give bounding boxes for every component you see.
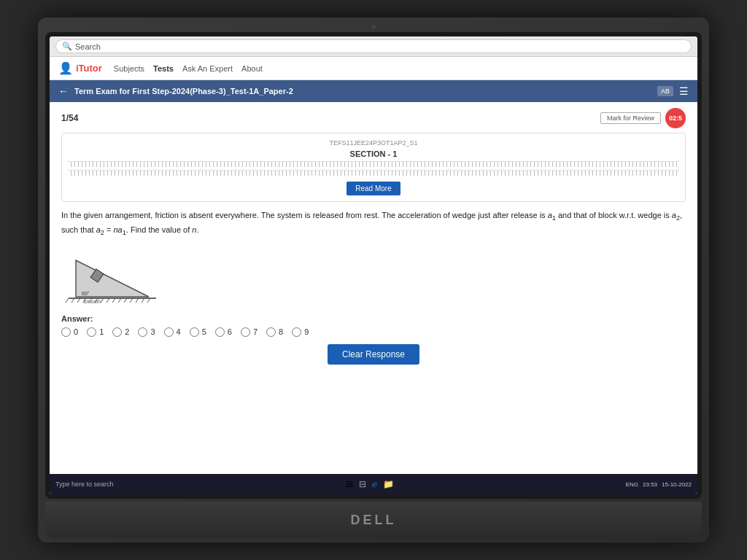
taskbar-time: 23:53 <box>643 481 657 488</box>
laptop-outer: 🔍 Search 👤 iTutor Subjects Tests Ask An … <box>38 18 709 542</box>
read-more-button[interactable]: Read More <box>347 182 400 195</box>
svg-line-15 <box>136 298 139 303</box>
physics-diagram: 60° Smooth <box>61 246 178 304</box>
nav-about[interactable]: About <box>241 64 263 73</box>
svg-line-9 <box>101 298 104 303</box>
browser-bar: 🔍 Search <box>50 36 697 57</box>
radio-8[interactable] <box>266 327 276 337</box>
question-counter-row: 1/54 Mark for Review 02:5 <box>61 108 686 128</box>
taskbar-apps: ⊟ <box>359 479 366 489</box>
back-button[interactable]: ← <box>58 85 69 97</box>
option-2[interactable]: 2 <box>112 327 129 337</box>
laptop-base: DELL <box>45 502 702 538</box>
option-6[interactable]: 6 <box>215 327 232 337</box>
options-row: 0 1 2 3 4 5 <box>61 327 686 337</box>
search-bar[interactable]: 🔍 Search <box>55 39 692 53</box>
itutor-logo: 👤 iTutor <box>58 61 102 75</box>
svg-text:Smooth: Smooth <box>83 299 101 304</box>
section-label: SECTION - 1 <box>68 149 679 158</box>
itutor-brand: iTutor <box>76 63 102 74</box>
screen-bezel: 🔍 Search 👤 iTutor Subjects Tests Ask An … <box>45 32 702 499</box>
dell-logo: DELL <box>351 513 397 528</box>
svg-line-10 <box>107 298 109 303</box>
option-9[interactable]: 9 <box>292 327 309 337</box>
radio-1[interactable] <box>87 327 96 337</box>
radio-3[interactable] <box>138 327 147 337</box>
radio-2[interactable] <box>112 327 122 337</box>
question-text: In the given arrangement, friction is ab… <box>61 209 686 238</box>
taskbar: Type here to search ⊞ ⊟ ℯ 📁 ENG 23:53 15… <box>50 474 697 494</box>
svg-line-5 <box>77 298 80 303</box>
question-area: 1/54 Mark for Review 02:5 TEFS11JEE24P3O… <box>50 102 697 474</box>
itutor-icon: 👤 <box>58 61 73 75</box>
question-counter: 1/54 <box>61 113 78 123</box>
ab-badge: AB <box>657 86 673 96</box>
nav-links: Subjects Tests Ask An Expert About <box>114 64 263 73</box>
svg-line-12 <box>118 298 121 303</box>
taskbar-left: Type here to search <box>55 481 114 488</box>
svg-line-16 <box>142 298 144 303</box>
camera-dot <box>371 25 376 29</box>
taskbar-right: ENG 23:53 15-10-2022 <box>626 481 692 488</box>
diagram-area: 60° Smooth <box>61 246 686 307</box>
svg-line-3 <box>66 298 69 303</box>
option-0[interactable]: 0 <box>61 327 78 337</box>
search-icon: 🔍 <box>62 42 72 51</box>
svg-line-14 <box>130 298 133 303</box>
itutor-nav: 👤 iTutor Subjects Tests Ask An Expert Ab… <box>50 57 697 80</box>
radio-5[interactable] <box>190 327 199 337</box>
wavy-line <box>68 161 679 167</box>
radio-0[interactable] <box>61 327 71 337</box>
option-4[interactable]: 4 <box>164 327 181 337</box>
radio-6[interactable] <box>215 327 225 337</box>
mark-review-button[interactable]: Mark for Review <box>600 112 661 124</box>
exam-title: Term Exam for First Step-2024(Phase-3)_T… <box>74 87 651 96</box>
svg-text:60°: 60° <box>82 291 90 296</box>
windows-icon[interactable]: ⊞ <box>346 479 353 489</box>
option-7[interactable]: 7 <box>241 327 258 337</box>
radio-7[interactable] <box>241 327 250 337</box>
option-8[interactable]: 8 <box>266 327 283 337</box>
timer-display: 02:5 <box>665 108 686 128</box>
section-id: TEFS11JEE24P3OT1AP2_S1 <box>68 139 679 147</box>
svg-line-11 <box>112 298 115 303</box>
folder-icon[interactable]: 📁 <box>383 479 394 489</box>
option-1[interactable]: 1 <box>87 327 104 337</box>
screen: 🔍 Search 👤 iTutor Subjects Tests Ask An … <box>50 36 697 494</box>
option-5[interactable]: 5 <box>190 327 206 337</box>
svg-line-4 <box>71 298 74 303</box>
nav-ask-expert[interactable]: Ask An Expert <box>182 64 233 73</box>
taskbar-date: 15-10-2022 <box>662 481 692 488</box>
windows-search-text[interactable]: Type here to search <box>55 481 114 488</box>
answer-label: Answer: <box>61 314 686 323</box>
section-card: TEFS11JEE24P3OT1AP2_S1 SECTION - 1 Read … <box>61 133 686 202</box>
radio-9[interactable] <box>292 327 301 337</box>
menu-icon[interactable]: ☰ <box>679 85 689 97</box>
svg-line-13 <box>124 298 127 303</box>
edge-icon[interactable]: ℯ <box>372 479 377 489</box>
option-3[interactable]: 3 <box>138 327 155 337</box>
clear-response-button[interactable]: Clear Response <box>328 344 419 365</box>
exam-header: ← Term Exam for First Step-2024(Phase-3)… <box>50 80 697 102</box>
search-placeholder-text: Search <box>75 42 101 51</box>
nav-tests[interactable]: Tests <box>153 64 174 73</box>
taskbar-lang: ENG <box>626 481 638 488</box>
wavy-line-2 <box>68 170 679 176</box>
nav-subjects[interactable]: Subjects <box>114 64 144 73</box>
svg-line-17 <box>147 298 150 303</box>
radio-4[interactable] <box>164 327 174 337</box>
